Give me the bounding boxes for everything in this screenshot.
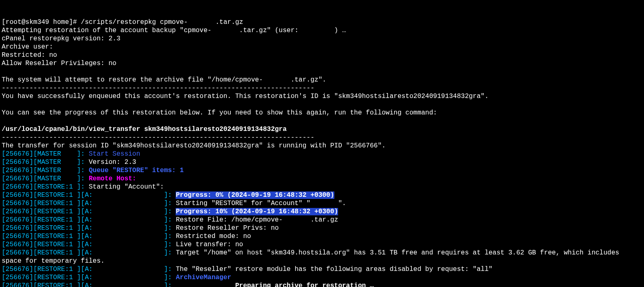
output-line: The transfer for session ID "skm349hosts… <box>2 142 385 149</box>
output-line: You have successfully enqueued this acco… <box>2 93 489 100</box>
starting-account-label: Starting "Account": <box>89 183 164 191</box>
log-prefix-master: [256676][MASTER ]: <box>2 167 89 174</box>
version-label: Version: 2.3 <box>89 159 136 166</box>
log-prefix-restore-a: [256676][RESTORE:1 ][A: ]: <box>2 191 176 199</box>
log-prefix-restore-a: [256676][RESTORE:1 ][A: ]: <box>2 249 176 257</box>
view-transfer-command: /usr/local/cpanel/bin/view_transfer skm3… <box>2 126 287 133</box>
live-transfer-label: Live transfer: no <box>176 241 243 248</box>
log-prefix-restore-a: [256676][RESTORE:1 ][A: ]: <box>2 200 176 207</box>
output-line: The system will attempt to restore the a… <box>2 76 326 84</box>
reseller-disabled-label: The "Reseller" restore module has the fo… <box>176 266 492 273</box>
restore-reseller-label: Restore Reseller Privs: no <box>176 224 279 232</box>
output-line: Archive user: <box>2 43 53 51</box>
remote-host-label: Remote Host: <box>89 175 136 182</box>
output-line: Allow Reseller Privileges: no <box>2 60 116 67</box>
log-prefix-restore-a: [256676][RESTORE:1 ][A: ]: <box>2 241 176 248</box>
queue-label: Queue "RESTORE" items: 1 <box>89 167 183 174</box>
log-prefix-master: [256676][MASTER ]: <box>2 175 89 182</box>
start-session-label: Start Session <box>89 150 140 158</box>
log-prefix-restore-a: [256676][RESTORE:1 ][A: ]: <box>2 216 176 224</box>
log-prefix-master: [256676][MASTER ]: <box>2 159 89 166</box>
output-line: Restricted: no <box>2 51 57 59</box>
preparing-label: Preparing archive for restoration … <box>176 282 374 287</box>
archive-manager-label: ArchiveManager <box>176 274 231 281</box>
log-prefix-master: [256676][MASTER ]: <box>2 150 89 158</box>
progress-0-label: Progress: 0% (2024-09-19 16:48:32 +0300) <box>176 191 334 199</box>
log-prefix-restore-a: [256676][RESTORE:1 ][A: ]: <box>2 282 176 287</box>
restore-file-label: Restore File: /home/cpmove- .tar.gz <box>176 216 338 224</box>
log-prefix-restore-a: [256676][RESTORE:1 ][A: ]: <box>2 224 176 232</box>
shell-prompt: [root@skm349 home]# <box>2 19 81 26</box>
output-line: cPanel restorepkg version: 2.3 <box>2 35 120 42</box>
divider: ----------------------------------------… <box>2 134 315 141</box>
divider: ----------------------------------------… <box>2 84 315 92</box>
starting-restore-label: Starting "RESTORE" for "Account" " ". <box>176 200 346 207</box>
output-line: You can see the progress of this restora… <box>2 109 437 117</box>
log-prefix-restore-a: [256676][RESTORE:1 ][A: ]: <box>2 266 176 273</box>
log-prefix-restore-a: [256676][RESTORE:1 ][A: ]: <box>2 233 176 240</box>
output-line: Attempting restoration of the account ba… <box>2 27 346 34</box>
progress-10-label: Progress: 10% (2024-09-19 16:48:32 +0300… <box>176 208 338 215</box>
restricted-mode-label: Restricted mode: no <box>176 233 251 240</box>
log-prefix-restore: [256676][RESTORE:1 ]: <box>2 183 89 191</box>
target-label: Target "/home" on host "skm349.hostsila.… <box>176 249 623 257</box>
command-text: /scripts/restorepkg cpmove- .tar.gz <box>81 19 243 26</box>
log-prefix-restore-a: [256676][RESTORE:1 ][A: ]: <box>2 208 176 215</box>
log-prefix-restore-a: [256676][RESTORE:1 ][A: ]: <box>2 274 176 281</box>
target-continuation: space for temporary files. <box>2 257 105 265</box>
terminal-output: [root@skm349 home]# /scripts/restorepkg … <box>2 18 642 287</box>
